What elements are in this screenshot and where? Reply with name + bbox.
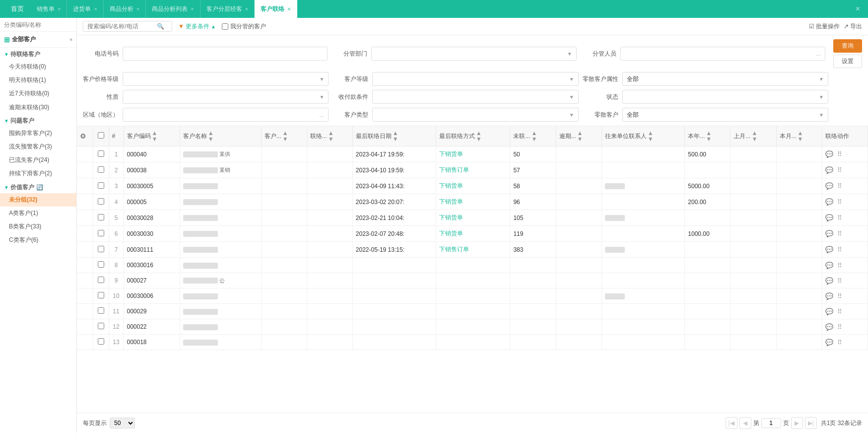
action-more-icon[interactable]: ⠿ (837, 166, 842, 174)
last-page-btn[interactable]: ▶| (805, 417, 817, 429)
contact-way-link[interactable]: 下销货单 (439, 198, 463, 205)
close-all-tabs[interactable]: × (852, 4, 864, 13)
export-btn[interactable]: ↗ 导出 (844, 22, 862, 31)
th-name[interactable]: 客户名称 ▲▼ (180, 126, 261, 146)
row-checkbox[interactable] (98, 277, 104, 283)
contact-way-link[interactable]: 下销售订单 (439, 246, 469, 253)
tab-product-analysis[interactable]: 商品分析 × (104, 0, 146, 18)
tab-customer-tier[interactable]: 客户分层经客 × (200, 0, 255, 18)
close-purchase-tab[interactable]: × (94, 6, 97, 12)
action-more-icon[interactable]: ⠿ (837, 230, 842, 237)
th-last-date[interactable]: 最后联络日期 ▲▼ (352, 126, 436, 146)
retail-customer-select[interactable]: 全部 ▼ (622, 108, 828, 122)
action-chat-icon[interactable]: 💬 (825, 246, 833, 253)
action-chat-icon[interactable]: 💬 (825, 150, 833, 158)
action-more-icon[interactable]: ⠿ (837, 339, 842, 346)
sidebar-item-churn-warning[interactable]: 流失预警客户(3) (0, 140, 76, 153)
tab-purchase[interactable]: 进货单 × (67, 0, 103, 18)
contact-way-link[interactable]: 下销货单 (439, 150, 463, 157)
action-chat-icon[interactable]: 💬 (825, 198, 833, 206)
query-button[interactable]: 查询 (833, 39, 862, 53)
next-page-btn[interactable]: ▶ (791, 417, 803, 429)
action-chat-icon[interactable]: 💬 (825, 230, 833, 237)
row-checkbox[interactable] (98, 307, 104, 314)
action-chat-icon[interactable]: 💬 (825, 323, 833, 331)
th-contact[interactable]: 联络... ▲▼ (307, 126, 352, 146)
row-checkbox[interactable] (98, 198, 104, 205)
row-checkbox[interactable] (98, 150, 104, 157)
my-customers-checkbox[interactable]: 我分管的客户 (222, 22, 266, 31)
sidebar-item-overdue[interactable]: 逾期未联络(30) (0, 101, 76, 114)
action-more-icon[interactable]: ⠿ (837, 246, 842, 253)
row-checkbox[interactable] (98, 246, 104, 252)
action-more-icon[interactable]: ⠿ (837, 323, 842, 331)
contact-way-link[interactable]: 下销售订单 (439, 166, 469, 173)
sidebar-item-tomorrow[interactable]: 明天待联络(1) (0, 73, 76, 87)
sidebar-item-classB[interactable]: B类客户(33) (0, 220, 76, 233)
value-customers-section[interactable]: ▼ 价值客户 🔄 (0, 181, 76, 193)
first-page-btn[interactable]: |◀ (726, 417, 737, 429)
action-more-icon[interactable]: ⠿ (837, 262, 842, 269)
action-more-icon[interactable]: ⠿ (837, 277, 842, 285)
reset-button[interactable]: 设置 (833, 55, 862, 68)
th-last-month[interactable]: 上月... ▲▼ (731, 126, 776, 146)
customer-grade-select[interactable]: ▼ (372, 72, 578, 86)
nature-select[interactable]: ▼ (123, 90, 329, 104)
th-type[interactable]: 客户... ▲▼ (261, 126, 307, 146)
row-checkbox[interactable] (98, 214, 104, 220)
search-icon[interactable]: 🔍 (157, 23, 164, 30)
search-input[interactable] (87, 23, 157, 30)
action-chat-icon[interactable]: 💬 (825, 182, 833, 190)
action-chat-icon[interactable]: 💬 (825, 214, 833, 221)
tab-sales[interactable]: 销售单 × (31, 0, 67, 18)
price-grade-select[interactable]: ▼ (123, 72, 329, 86)
th-overdue[interactable]: 逾期... ▲▼ (556, 126, 601, 146)
home-tab[interactable]: 首页 (4, 0, 31, 18)
th-last-way[interactable]: 最后联络方式 ▲▼ (436, 126, 510, 146)
select-all-checkbox[interactable] (98, 132, 104, 139)
sidebar-item-classC[interactable]: C类客户(6) (0, 233, 76, 247)
action-chat-icon[interactable]: 💬 (825, 262, 833, 269)
pending-contact-section[interactable]: ▼ 待联络客户 (0, 48, 76, 60)
my-customers-check[interactable] (222, 23, 228, 30)
batch-op-btn[interactable]: ☑ 批量操作 (809, 22, 840, 31)
sidebar-item-churned[interactable]: 已流失客户(24) (0, 153, 76, 167)
category-search-input[interactable] (4, 21, 77, 28)
sidebar-item-ungroup[interactable]: 未分组(32) (0, 193, 76, 207)
row-checkbox[interactable] (98, 338, 104, 345)
row-checkbox[interactable] (98, 261, 104, 268)
status-select[interactable]: ▼ (622, 90, 828, 104)
sidebar-item-abnormal[interactable]: 囤购异常客户(2) (0, 127, 76, 140)
action-chat-icon[interactable]: 💬 (825, 292, 833, 300)
th-unit-contact[interactable]: 往来单位联系人 ▲▼ (601, 126, 685, 146)
sidebar-item-classA[interactable]: A类客户(1) (0, 207, 76, 220)
manager-select[interactable]: … (620, 47, 825, 61)
tab-product-analysis-list[interactable]: 商品分析列表 × (146, 0, 200, 18)
th-this-year[interactable]: 本年... ▲▼ (685, 126, 731, 146)
th-not-contact[interactable]: 未联... ▲▼ (510, 126, 556, 146)
close-product-analysis-list-tab[interactable]: × (191, 6, 194, 12)
th-this-month[interactable]: 本月... ▲▼ (776, 126, 822, 146)
action-more-icon[interactable]: ⠿ (837, 214, 842, 221)
action-more-icon[interactable]: ⠿ (837, 150, 842, 158)
action-more-icon[interactable]: ⠿ (837, 182, 842, 190)
contact-way-link[interactable]: 下销货单 (439, 230, 463, 237)
customer-type-select[interactable]: ▼ (372, 108, 578, 122)
action-chat-icon[interactable]: 💬 (825, 166, 833, 174)
sidebar-item-today[interactable]: 今天待联络(0) (0, 60, 76, 73)
sidebar-item-7days[interactable]: 近7天待联络(0) (0, 87, 76, 100)
contact-way-link[interactable]: 下销货单 (439, 182, 463, 189)
page-number-input[interactable] (761, 418, 781, 428)
row-checkbox[interactable] (98, 323, 104, 329)
action-chat-icon[interactable]: 💬 (825, 339, 833, 346)
retail-attr-select[interactable]: 全部 ▼ (622, 72, 828, 86)
close-customer-tier-tab[interactable]: × (245, 6, 248, 12)
row-checkbox[interactable] (98, 292, 104, 298)
problem-customers-section[interactable]: ▼ 问题客户 (0, 114, 76, 127)
action-more-icon[interactable]: ⠿ (837, 308, 842, 315)
action-chat-icon[interactable]: 💬 (825, 308, 833, 315)
row-checkbox[interactable] (98, 230, 104, 236)
contact-way-link[interactable]: 下销货单 (439, 214, 463, 221)
phone-input[interactable] (123, 47, 328, 61)
action-more-icon[interactable]: ⠿ (837, 198, 842, 206)
